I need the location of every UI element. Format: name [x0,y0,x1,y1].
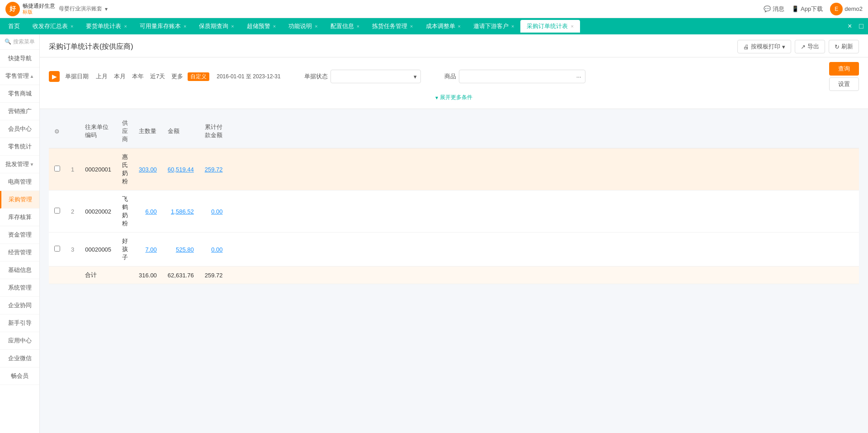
col-header-extra [228,114,859,148]
close-tab-invite-downstream[interactable]: × [511,24,514,29]
top-bar-left: 好 畅捷通好生意 标版 母婴行业演示账套 ▾ [5,2,108,16]
sidebar-item-system-mgmt[interactable]: 系统管理 [0,279,39,297]
close-all-tabs-button[interactable]: × [845,21,854,31]
filter-toggle-button[interactable]: ▶ [49,71,60,82]
sidebar-item-marketing[interactable]: 营销推广 [0,103,39,120]
tab-home[interactable]: 首页 [2,20,26,33]
footer-label: 合计 [80,266,117,284]
sidebar-item-member[interactable]: 畅会员 [0,367,39,385]
footer-paid-amount: 259.72 [199,266,228,284]
tab-purchase-stat[interactable]: 采购订单统计表 × [520,20,580,33]
sidebar-item-purchase-mgmt[interactable]: 采购管理 [0,191,39,209]
sidebar-item-stock-check[interactable]: 库存核算 [0,209,39,226]
sidebar-item-ops-mgmt[interactable]: 经营管理 [0,244,39,262]
close-tab-config-info[interactable]: × [357,24,359,29]
sidebar-item-finance-mgmt[interactable]: 资金管理 [0,226,39,244]
row-paid-amount[interactable]: 259.72 [199,148,228,190]
table-footer-row: 合计 316.00 62,631.76 259.72 [49,266,859,284]
sidebar-item-retail-stat[interactable]: 零售统计 [0,138,39,156]
status-select[interactable]: ▾ [330,70,421,83]
shortcut-last-month[interactable]: 上月 [94,71,109,81]
tab-overstock[interactable]: 超储预警 × [241,20,282,33]
row-select-checkbox[interactable] [54,166,60,171]
sidebar-item-enterprise-collab[interactable]: 企业协同 [0,297,39,314]
chevron-down-icon[interactable]: ▾ [105,6,108,12]
close-tab-overstock[interactable]: × [273,24,276,29]
export-button[interactable]: ↗ 导出 [795,40,825,53]
main-qty-link[interactable]: 6.00 [146,208,157,215]
paid-amount-link[interactable]: 259.72 [205,166,223,173]
row-amount[interactable]: 1,586.52 [162,190,199,233]
sidebar-item-new-guide[interactable]: 新手引导 [0,314,39,332]
tab-shelf-life[interactable]: 保质期查询 × [193,20,240,33]
query-button[interactable]: 查询 [829,62,859,76]
paid-amount-link[interactable]: 0.00 [211,246,222,253]
close-tab-receive-send[interactable]: × [71,24,73,29]
phone-icon: 📱 [792,5,799,12]
paid-amount-link[interactable]: 0.00 [211,208,222,215]
row-main-qty[interactable]: 303.00 [133,148,162,190]
row-checkbox[interactable] [49,148,66,190]
close-tab-goods-stat[interactable]: × [124,24,127,29]
app-download-button[interactable]: 📱 App下载 [792,5,823,13]
main-qty-link[interactable]: 7.00 [146,246,157,253]
sidebar-search[interactable]: 🔍 搜索菜单 [0,34,39,50]
sidebar-item-retail-mall[interactable]: 零售商城 [0,85,39,103]
tab-function-desc[interactable]: 功能说明 × [282,20,324,33]
tab-available-stock[interactable]: 可用量库存账本 × [133,20,193,33]
goods-input[interactable]: ··· [459,70,585,83]
sidebar-item-basic-info[interactable]: 基础信息 [0,262,39,279]
row-checkbox[interactable] [49,233,66,266]
footer-empty-settings [49,266,66,284]
sidebar-item-retail-mgmt[interactable]: 零售管理 ▲ [0,67,39,85]
close-tab-shelf-life[interactable]: × [231,24,234,29]
tab-config-info[interactable]: 配置信息 × [324,20,366,33]
row-amount[interactable]: 60,519.44 [162,148,199,190]
custom-date-tag[interactable]: 自定义 [188,72,209,81]
print-button[interactable]: 🖨 按模板打印 ▾ [737,40,791,53]
shortcut-7-days[interactable]: 近7天 [148,71,167,81]
row-checkbox[interactable] [49,190,66,233]
user-menu[interactable]: E demo2 [830,3,863,15]
row-main-qty[interactable]: 7.00 [133,233,162,266]
dropdown-arrow-icon: ▾ [414,73,417,80]
col-header-settings[interactable]: ⚙ [49,114,66,148]
message-button[interactable]: 💬 消息 [764,5,784,13]
sidebar-item-wholesale-mgmt[interactable]: 批发管理 ▼ [0,156,39,173]
shortcut-this-year[interactable]: 本年 [130,71,146,81]
close-tab-purchase-stat[interactable]: × [571,24,573,29]
maximize-button[interactable]: □ [856,21,866,31]
row-select-checkbox[interactable] [54,246,60,252]
refresh-button[interactable]: ↻ 刷新 [829,40,859,53]
tab-receive-send[interactable]: 收发存汇总表 × [26,20,80,33]
settings-button[interactable]: 设置 [829,77,859,91]
shortcut-more[interactable]: 更多 [170,71,185,81]
row-paid-amount[interactable]: 0.00 [199,190,228,233]
sidebar-item-member-center[interactable]: 会员中心 [0,120,39,138]
amount-link[interactable]: 60,519.44 [168,166,194,173]
sidebar-item-ecommerce-mgmt[interactable]: 电商管理 [0,173,39,191]
tab-invite-downstream[interactable]: 邀请下游客户 × [467,20,520,33]
close-tab-available-stock[interactable]: × [184,24,186,29]
tab-cost-adjust[interactable]: 成本调整单 × [420,20,467,33]
sidebar-item-app-center[interactable]: 应用中心 [0,332,39,350]
row-extra [228,233,859,266]
tab-goods-stat[interactable]: 要货单统计表 × [80,20,133,33]
sidebar-item-enterprise-wechat[interactable]: 企业微信 [0,350,39,367]
row-select-checkbox[interactable] [54,208,60,214]
row-amount[interactable]: 525.80 [162,233,199,266]
tab-picking-task[interactable]: 拣货任务管理 × [366,20,419,33]
main-qty-link[interactable]: 303.00 [139,166,157,173]
close-tab-picking-task[interactable]: × [410,24,413,29]
export-icon: ↗ [801,43,806,50]
expand-more-button[interactable]: ▾ 展开更多条件 [435,94,472,101]
data-table: ⚙ 往来单位编码 供应商 主数量 金额 累计付款金额 [49,114,859,284]
row-main-qty[interactable]: 6.00 [133,190,162,233]
shortcut-this-month[interactable]: 本月 [112,71,127,81]
amount-link[interactable]: 525.80 [176,246,194,253]
sidebar-quick-nav[interactable]: 快捷导航 [0,50,39,67]
row-paid-amount[interactable]: 0.00 [199,233,228,266]
close-tab-function-desc[interactable]: × [315,24,317,29]
close-tab-cost-adjust[interactable]: × [458,24,461,29]
amount-link[interactable]: 1,586.52 [171,208,194,215]
